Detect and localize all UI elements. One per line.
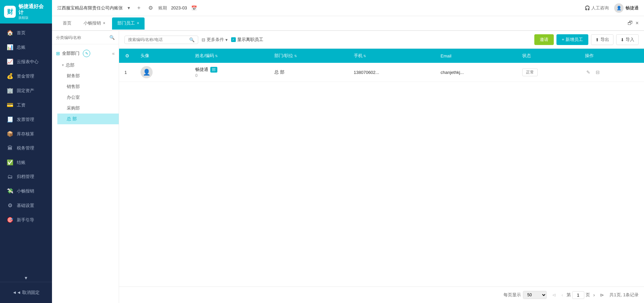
column-settings-button[interactable]: ⚙ <box>125 53 129 58</box>
employee-search-box: 🔍 <box>124 36 198 44</box>
closing-icon: ✅ <box>7 159 13 166</box>
sidebar-item-closing[interactable]: ✅ 结账 <box>0 155 52 170</box>
payroll-icon: 💳 <box>7 102 13 108</box>
table-row: 1 👤 畅捷通 部 0 <box>119 63 644 82</box>
sidebar-item-settings[interactable]: ⚙ 基础设置 <box>0 198 52 213</box>
right-panel: 🔍 ⊟ 更多条件 ▾ ✓ 显示离职员工 邀请 + 新增员工 <box>119 31 644 303</box>
header-right: 🎧 人工咨询 👤 畅捷通 <box>585 3 639 13</box>
next-page-button[interactable]: › <box>591 291 597 299</box>
sidebar-item-archive[interactable]: 🗂 归档管理 <box>0 170 52 184</box>
scroll-indicator: ▼ <box>0 274 52 282</box>
dept-collapse-button[interactable]: « <box>112 51 115 56</box>
col-name-code[interactable]: 姓名/编码 <box>190 49 269 63</box>
last-page-button[interactable]: ⊳ <box>598 291 606 299</box>
employee-avatar: 👤 <box>141 66 153 78</box>
reports-icon: 📈 <box>7 58 13 65</box>
sidebar-item-home[interactable]: 🏠 首页 <box>0 26 52 40</box>
dept-child-sales[interactable]: 销售部 <box>57 81 119 92</box>
sidebar-item-payroll[interactable]: 💳 工资 <box>0 98 52 112</box>
app-logo: 财 畅捷通好会计 旗舰版 <box>0 0 52 24</box>
sidebar-item-invoice[interactable]: 🧾 发票管理 <box>0 112 52 127</box>
tab-restore-button[interactable]: 🗗 <box>628 20 633 26</box>
tab-expense-close[interactable]: × <box>103 21 105 26</box>
dept-child-office[interactable]: 办公室 <box>57 92 119 103</box>
company-settings-button[interactable]: ⚙ <box>147 3 154 12</box>
page-number-input[interactable] <box>572 291 584 299</box>
tab-home-label: 首页 <box>63 20 71 26</box>
app-version: 旗舰版 <box>18 15 48 20</box>
sidebar-item-reports[interactable]: 📈 云报表中心 <box>0 54 52 69</box>
add-company-button[interactable]: ＋ <box>135 3 143 13</box>
table-header-row: ⚙ 头像 姓名/编码 部门/职位 手机 Email 状态 操作 <box>119 49 644 63</box>
company-dropdown-button[interactable]: ▼ <box>127 6 131 10</box>
dept-child-finance[interactable]: 财务部 <box>57 71 119 81</box>
row-dept-position: 总 部 <box>269 63 348 82</box>
tax-icon: 🏛 <box>7 145 13 151</box>
import-button[interactable]: ⬇ 导入 <box>616 34 639 45</box>
user-name: 畅捷通 <box>626 5 639 11</box>
tab-close-all-button[interactable]: × <box>636 20 639 26</box>
sidebar-item-capital-label: 资金管理 <box>17 73 34 79</box>
capital-icon: 💰 <box>7 73 13 79</box>
sidebar-item-expense[interactable]: 💸 小畅报销 <box>0 184 52 198</box>
calendar-button[interactable]: 📅 <box>191 5 197 11</box>
dept-search-input[interactable] <box>56 35 107 40</box>
company-name[interactable]: 江西服宝精品有限责任公司内账张 <box>57 5 123 11</box>
settings-icon: ⚙ <box>7 202 13 209</box>
add-employee-button[interactable]: + 新增员工 <box>556 34 588 45</box>
tab-department-label: 部门员工 <box>117 20 135 26</box>
prev-page-button[interactable]: ‹ <box>559 291 565 299</box>
dept-edit-button[interactable]: ✎ <box>83 50 90 57</box>
sidebar-item-fixed-assets[interactable]: 🏢 固定资产 <box>0 83 52 98</box>
remove-employee-button[interactable]: ⊟ <box>594 69 601 76</box>
col-avatar: 头像 <box>135 49 190 63</box>
sidebar-bottom: ◄◄ 取消固定 <box>0 282 52 303</box>
sidebar-item-inventory-label: 库存核算 <box>17 131 34 137</box>
status-badge: 正常 <box>522 69 538 76</box>
all-departments[interactable]: ⊞ 全部部门 ✎ « <box>52 47 119 60</box>
table-footer: 每页显示 10 20 50 100 ⊲ ‹ 第 页 <box>119 287 644 303</box>
sidebar-item-invoice-label: 发票管理 <box>17 117 34 123</box>
more-conditions-button[interactable]: ⊟ 更多条件 ▾ <box>202 37 228 43</box>
row-name-code-cell: 畅捷通 部 0 <box>190 63 269 82</box>
sidebar-item-ledger-label: 总账 <box>17 44 25 50</box>
user-area[interactable]: 👤 畅捷通 <box>614 3 639 13</box>
row-status: 正常 <box>517 63 580 82</box>
sidebar-item-guide[interactable]: 🎯 新手引导 <box>0 213 52 227</box>
dept-search-area: 🔍 <box>52 31 119 44</box>
sidebar-item-capital[interactable]: 💰 资金管理 <box>0 69 52 83</box>
dept-parent-headquarters[interactable]: 总部 <box>57 60 119 71</box>
first-page-button[interactable]: ⊲ <box>550 291 558 299</box>
inventory-icon: 📦 <box>7 131 13 137</box>
employee-search-input[interactable] <box>128 37 187 42</box>
dept-child-general[interactable]: 总 部 <box>57 114 119 124</box>
col-dept-position[interactable]: 部门/职位 <box>269 49 348 63</box>
tab-home[interactable]: 首页 <box>57 17 77 30</box>
export-button[interactable]: ⬆ 导出 <box>591 34 613 45</box>
sidebar-item-general-ledger[interactable]: 📊 总账 <box>0 40 52 54</box>
show-resigned-toggle[interactable]: ✓ 显示离职员工 <box>231 37 263 43</box>
logo-icon: 财 <box>4 6 16 18</box>
sidebar-item-home-label: 首页 <box>17 30 25 36</box>
export-icon: ⬆ <box>595 37 599 42</box>
sidebar-item-payroll-label: 工资 <box>17 102 25 108</box>
tab-department-close[interactable]: × <box>137 21 139 26</box>
dept-child-purchasing[interactable]: 采购部 <box>57 103 119 114</box>
cancel-fixed-button[interactable]: ◄◄ 取消固定 <box>0 286 52 299</box>
col-phone[interactable]: 手机 <box>348 49 435 63</box>
per-page-selector: 每页显示 10 20 50 100 <box>503 291 547 299</box>
edit-employee-button[interactable]: ✎ <box>585 69 592 76</box>
sidebar-item-tax[interactable]: 🏛 税务管理 <box>0 141 52 155</box>
tab-department[interactable]: 部门员工 × <box>112 17 145 30</box>
sidebar-item-inventory[interactable]: 📦 库存核算 <box>0 127 52 141</box>
headset-icon: 🎧 <box>585 5 590 10</box>
support-button[interactable]: 🎧 人工咨询 <box>585 5 609 11</box>
sidebar: 财 畅捷通好会计 旗舰版 🏠 首页 📊 总账 📈 云报表中心 💰 资金管理 🏢 … <box>0 0 52 303</box>
sidebar-item-archive-label: 归档管理 <box>17 174 34 180</box>
col-actions: 操作 <box>580 49 644 63</box>
search-icon: 🔍 <box>189 37 195 42</box>
tab-expense[interactable]: 小畅报销 × <box>78 17 111 30</box>
invite-button[interactable]: 邀请 <box>534 34 554 45</box>
sidebar-item-guide-label: 新手引导 <box>17 217 34 223</box>
per-page-select[interactable]: 10 20 50 100 <box>523 291 547 299</box>
